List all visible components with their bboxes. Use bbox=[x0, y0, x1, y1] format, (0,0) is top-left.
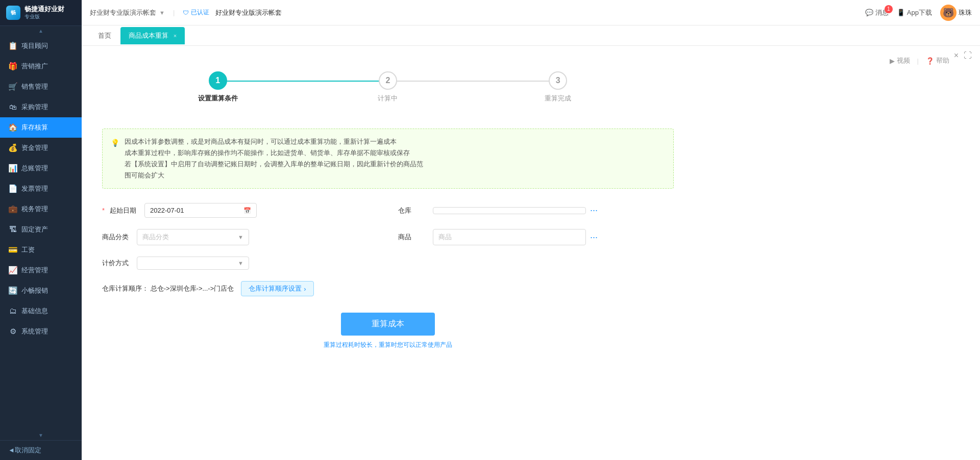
sidebar-unpin[interactable]: ◄取消固定 bbox=[0, 440, 82, 460]
start-date-value: 2022-07-01 bbox=[150, 207, 184, 214]
sidebar-item-label: 总账管理 bbox=[21, 164, 48, 173]
account-name: 好业财专业版演示帐套 bbox=[90, 8, 156, 17]
app-download-button[interactable]: 📱 App下载 bbox=[897, 8, 932, 17]
recalc-button[interactable]: 重算成本 bbox=[341, 313, 435, 336]
warehouse-order-settings-button[interactable]: 仓库计算顺序设置 › bbox=[241, 281, 313, 296]
sidebar-item-assets[interactable]: 🏗 固定资产 bbox=[0, 219, 82, 240]
product-label: 商品 bbox=[398, 233, 429, 242]
step-2-label: 计算中 bbox=[378, 94, 398, 103]
tab-close-button[interactable]: × bbox=[174, 33, 177, 39]
expand-window-button[interactable]: ⛶ bbox=[964, 51, 972, 60]
play-icon: ▶ bbox=[890, 57, 895, 65]
warehouse-order-arrow-icon: › bbox=[304, 285, 306, 293]
sidebar-item-project[interactable]: 📋 项目顾问 bbox=[0, 36, 82, 56]
help-link[interactable]: ❓ 帮助 bbox=[926, 56, 949, 65]
step-3-label: 重算完成 bbox=[545, 94, 571, 103]
company-name: 好业财专业版演示帐套 bbox=[215, 8, 282, 17]
account-selector[interactable]: 好业财专业版演示帐套 ▼ bbox=[90, 8, 165, 17]
sidebar-item-basic[interactable]: 🗂 基础信息 bbox=[0, 301, 82, 321]
sidebar: 畅 畅捷通好业财 专业版 ▲ 📋 项目顾问 🎁 营销推广 🛒 销售管理 🛍 采购… bbox=[0, 0, 82, 460]
category-placeholder: 商品分类 bbox=[142, 233, 169, 242]
user-menu[interactable]: 🐻 珠珠 bbox=[940, 5, 972, 21]
help-separator: | bbox=[917, 57, 919, 65]
info-line-1: 因成本计算参数调整，或是对商品成本有疑问时，可以通过成本重算功能，重新计算一遍成… bbox=[125, 136, 423, 147]
message-button[interactable]: 💬 消息 1 bbox=[865, 8, 889, 17]
recalc-section: 重算成本 重算过程耗时较长，重算时您可以正常使用产品 bbox=[102, 313, 674, 349]
video-label: 视频 bbox=[897, 56, 910, 65]
sidebar-item-label: 项目顾问 bbox=[21, 41, 48, 50]
sidebar-item-salary[interactable]: 💳 工资 bbox=[0, 240, 82, 260]
sidebar-edition: 专业版 bbox=[24, 13, 64, 20]
sidebar-item-label: 税务管理 bbox=[21, 205, 48, 214]
sidebar-app-name: 畅捷通好业财 bbox=[24, 5, 64, 13]
sidebar-footer-label: ◄取消固定 bbox=[8, 446, 41, 455]
tab-cost-recalc[interactable]: 商品成本重算 × bbox=[120, 27, 185, 44]
form-row-3: 计价方式 ▼ bbox=[102, 257, 674, 270]
verified-badge: 🛡 已认证 bbox=[183, 8, 209, 17]
sidebar-item-label: 基础信息 bbox=[21, 306, 48, 316]
sidebar-item-label: 固定资产 bbox=[21, 225, 48, 234]
tab-bar: 首页 商品成本重算 × bbox=[82, 25, 980, 46]
content-inner: ▶ 视频 | ❓ 帮助 1 设置重算条件 2 计算中 bbox=[82, 46, 694, 365]
purchase-icon: 🛍 bbox=[8, 103, 17, 111]
finance-icon: 💰 bbox=[8, 143, 17, 152]
pricing-label: 计价方式 bbox=[102, 259, 133, 268]
sidebar-item-label: 营销推广 bbox=[21, 62, 48, 71]
calendar-icon: 📅 bbox=[243, 207, 251, 214]
window-controls: × ⛶ bbox=[954, 51, 972, 60]
sidebar-item-accounting[interactable]: 📊 总账管理 bbox=[0, 158, 82, 178]
pricing-field: 计价方式 ▼ bbox=[102, 257, 378, 270]
info-icon: 💡 bbox=[111, 137, 119, 181]
sidebar-item-expense[interactable]: 🔄 小畅报销 bbox=[0, 280, 82, 301]
pricing-select[interactable]: ▼ bbox=[137, 257, 249, 270]
category-field: 商品分类 商品分类 ▼ bbox=[102, 229, 378, 245]
sidebar-item-system[interactable]: ⚙ 系统管理 bbox=[0, 321, 82, 342]
warehouse-order-label: 仓库计算顺序： 总仓->深圳仓库->...->门店仓 bbox=[102, 284, 234, 293]
tab-home[interactable]: 首页 bbox=[90, 27, 119, 44]
sidebar-item-label: 经营管理 bbox=[21, 266, 48, 275]
video-help-link[interactable]: ▶ 视频 bbox=[890, 56, 910, 65]
category-select[interactable]: 商品分类 ▼ bbox=[137, 229, 249, 245]
sidebar-item-operation[interactable]: 📈 经营管理 bbox=[0, 260, 82, 280]
help-circle-icon: ❓ bbox=[926, 57, 934, 65]
message-icon: 💬 bbox=[865, 9, 873, 16]
sidebar-item-label: 销售管理 bbox=[21, 82, 48, 91]
warehouse-ellipsis-button[interactable]: ··· bbox=[590, 205, 598, 216]
warehouse-order-prefix: 仓库计算顺序： bbox=[102, 285, 149, 292]
username: 珠珠 bbox=[959, 8, 972, 17]
sidebar-menu: 📋 项目顾问 🎁 营销推广 🛒 销售管理 🛍 采购管理 🏠 库存核算 💰 资金管… bbox=[0, 36, 82, 430]
step-3: 3 重算完成 bbox=[473, 71, 643, 103]
sidebar-item-finance[interactable]: 💰 资金管理 bbox=[0, 138, 82, 158]
warehouse-input[interactable] bbox=[433, 207, 586, 214]
tab-home-label: 首页 bbox=[98, 32, 111, 39]
help-label: 帮助 bbox=[936, 56, 949, 65]
sidebar-item-inventory[interactable]: 🏠 库存核算 bbox=[0, 117, 82, 138]
sidebar-item-invoice[interactable]: 📄 发票管理 bbox=[0, 178, 82, 199]
start-date-field: * 起始日期 2022-07-01 📅 bbox=[102, 203, 378, 218]
start-date-input[interactable]: 2022-07-01 📅 bbox=[144, 203, 257, 218]
assets-icon: 🏗 bbox=[8, 225, 17, 234]
marketing-icon: 🎁 bbox=[8, 62, 17, 71]
avatar-icon: 🐻 bbox=[943, 7, 954, 18]
sidebar-item-sales[interactable]: 🛒 销售管理 bbox=[0, 76, 82, 97]
inventory-icon: 🏠 bbox=[8, 123, 17, 132]
sales-icon: 🛒 bbox=[8, 82, 17, 91]
product-input[interactable]: 商品 bbox=[433, 229, 586, 245]
accounting-icon: 📊 bbox=[8, 164, 17, 173]
shield-icon: 🛡 bbox=[183, 9, 189, 16]
operation-icon: 📈 bbox=[8, 266, 17, 275]
sidebar-scroll-down[interactable]: ▼ bbox=[0, 430, 82, 440]
product-ellipsis-button[interactable]: ··· bbox=[590, 232, 598, 243]
step-2-circle: 2 bbox=[379, 71, 397, 90]
start-date-label: 起始日期 bbox=[110, 206, 140, 215]
form-row-2: 商品分类 商品分类 ▼ 商品 商品 ··· bbox=[102, 229, 674, 245]
expense-icon: 🔄 bbox=[8, 286, 17, 295]
sidebar-item-tax[interactable]: 💼 税务管理 bbox=[0, 199, 82, 219]
required-mark: * bbox=[102, 207, 105, 214]
sidebar-item-purchase[interactable]: 🛍 采购管理 bbox=[0, 97, 82, 117]
sidebar-item-marketing[interactable]: 🎁 营销推广 bbox=[0, 56, 82, 76]
warehouse-order-btn-label: 仓库计算顺序设置 bbox=[249, 284, 302, 293]
sidebar-scroll-up[interactable]: ▲ bbox=[0, 26, 82, 36]
avatar: 🐻 bbox=[940, 5, 957, 21]
close-window-button[interactable]: × bbox=[954, 51, 959, 60]
